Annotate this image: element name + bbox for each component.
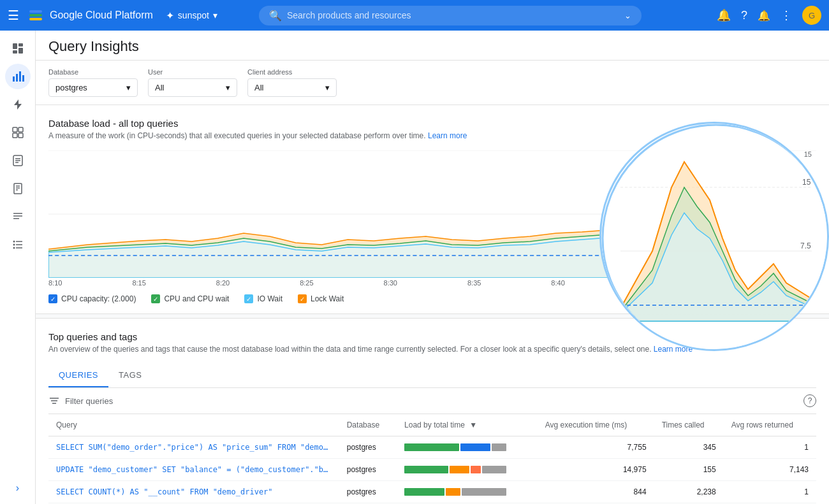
more-options-icon[interactable]: ⋮ [781,8,792,22]
tab-queries[interactable]: QUERIES [48,364,108,387]
svg-rect-20 [14,184,22,194]
cell-times-called-0: 345 [654,436,724,459]
chart-learn-more-link[interactable]: Learn more [428,131,467,140]
legend-io-wait-label: IO Wait [257,294,282,303]
hamburger-menu-icon[interactable]: ☰ [8,8,19,23]
x-label-815: 8:15 [132,279,145,287]
checkmark-icon-4: ✓ [300,296,305,303]
table-row[interactable]: UPDATE "demo_customer" SET "balance" = (… [48,459,816,481]
user-avatar[interactable]: G [802,6,821,25]
col-times-called: Times called [654,414,724,436]
client-address-filter-value: All [254,83,263,92]
project-selector[interactable]: ✦ sunspot ▾ [166,10,217,22]
legend-lock-wait-label: Lock Wait [311,294,344,303]
cell-load-bar-2 [397,481,538,503]
legend-lock-wait: ✓ Lock Wait [298,294,344,303]
legend-cpu-capacity-checkbox[interactable]: ✓ [48,294,57,303]
sidebar-toggle-button[interactable]: › [11,477,24,499]
sidebar-item-grid[interactable] [5,120,31,145]
client-address-filter-group: Client address All ▾ [247,68,337,97]
sidebar-item-dashboard[interactable] [5,36,31,61]
legend-cpu-wait-label: CPU and CPU wait [164,294,229,303]
table-row[interactable]: SELECT SUM("demo_order"."price") AS "pri… [48,436,816,459]
notifications-bell-icon[interactable]: 🔔 [758,10,770,22]
x-axis-labels: 8:10 8:15 8:20 8:25 8:30 8:35 8:40 8:45 … [48,278,816,287]
database-filter-select[interactable]: postgres ▾ [48,78,138,97]
svg-marker-11 [14,99,22,110]
tab-tags[interactable]: TAGS [108,364,152,387]
search-bar[interactable]: 🔍 ⌄ [259,6,642,25]
x-label-820: 8:20 [216,279,230,287]
col-database: Database [339,414,397,436]
y-label-0: 0 [804,270,814,278]
col-avg-rows: Avg rows returned [724,414,816,436]
database-load-chart [48,150,816,278]
svg-rect-4 [18,43,23,47]
svg-rect-5 [13,50,17,54]
list-icon [11,238,24,251]
notifications-icon[interactable]: 🔔 [717,8,731,22]
queries-section-description: An overview of the queries and tags that… [48,345,816,354]
x-label-830: 8:30 [384,279,397,287]
cell-load-bar-1 [397,459,538,481]
search-icon: 🔍 [269,10,282,22]
svg-rect-1 [29,14,42,17]
cell-avg-rows-2: 1 [724,481,816,503]
table-row[interactable]: SELECT COUNT(*) AS "__count" FROM "demo_… [48,481,816,503]
filter-queries-button[interactable]: Filter queries [48,395,113,407]
y-axis-labels: 15 7.5 0 [802,150,816,278]
user-filter-select[interactable]: All ▾ [148,78,237,97]
checkmark-icon-3: ✓ [246,296,251,303]
cell-database-2: postgres [339,481,397,503]
svg-point-27 [13,241,15,243]
cell-avg-rows-0: 1 [724,436,816,459]
checkmark-icon: ✓ [50,296,55,303]
col-load[interactable]: Load by total time ▼ [397,414,538,436]
sidebar-item-list[interactable] [5,232,31,257]
queries-learn-more-link[interactable]: Learn more [654,345,693,354]
sidebar-item-analytics[interactable] [5,64,31,89]
page-title: Query Insights [48,38,816,55]
legend-io-wait: ✓ IO Wait [244,294,282,303]
top-navigation: ☰ Google Cloud Platform ✦ sunspot ▾ 🔍 ⌄ … [0,0,829,31]
cell-avg-exec-1: 14,975 [538,459,654,481]
svg-rect-10 [22,75,24,82]
y-label-75: 7.5 [804,210,814,218]
client-address-filter-select[interactable]: All ▾ [247,78,337,97]
cell-avg-exec-0: 7,755 [538,436,654,459]
search-input[interactable] [287,10,619,20]
x-label-905: 9:05 [803,279,816,287]
database-filter-label: Database [48,68,138,76]
legend-cpu-wait-checkbox[interactable]: ✓ [151,294,160,303]
legend-lock-wait-checkbox[interactable]: ✓ [298,294,307,303]
sidebar-item-reports[interactable] [5,148,31,173]
x-label-835: 8:35 [467,279,481,287]
document-icon [11,182,24,195]
cell-query-1: UPDATE "demo_customer" SET "balance" = (… [48,459,339,481]
legend-io-wait-checkbox[interactable]: ✓ [244,294,253,303]
chart-description: A measure of the work (in CPU-seconds) t… [48,131,816,140]
client-address-filter-label: Client address [247,68,337,76]
y-label-15: 15 [804,150,814,158]
queries-filter-bar: Filter queries ? [48,388,816,414]
section-divider [36,313,829,319]
help-icon[interactable]: ? [741,9,747,22]
queries-section-title: Top queries and tags [48,331,816,342]
table-help-icon[interactable]: ? [803,394,816,407]
sidebar-item-notes[interactable] [5,204,31,229]
legend-cpu-capacity: ✓ CPU capacity: (2.000) [48,294,136,303]
client-address-dropdown-icon: ▾ [325,83,330,92]
svg-rect-14 [13,133,17,138]
sidebar-item-documents[interactable] [5,176,31,201]
filter-queries-label: Filter queries [65,396,113,406]
col-query: Query [48,414,339,436]
chart-desc-text: A measure of the work (in CPU-seconds) t… [48,131,428,140]
sidebar: › [0,31,36,504]
legend-cpu-wait: ✓ CPU and CPU wait [151,294,229,303]
cell-query-2: SELECT COUNT(*) AS "__count" FROM "demo_… [48,481,339,503]
gcp-logo-icon [27,6,45,24]
svg-rect-6 [18,48,23,54]
chart-title: Database load - all top queries [48,118,816,129]
sidebar-item-functions[interactable] [5,92,31,117]
svg-rect-13 [18,127,23,132]
